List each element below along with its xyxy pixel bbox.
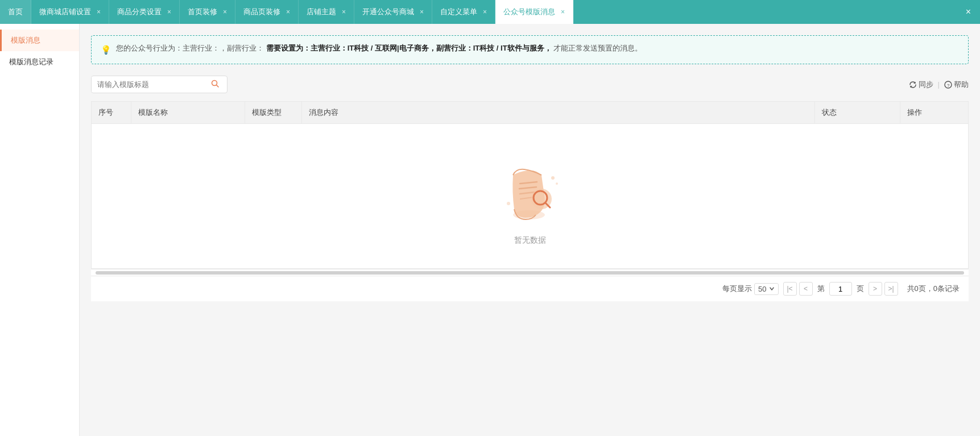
data-table: 序号 模版名称 模版类型 消息内容 状态 操作 <box>91 101 969 269</box>
empty-state-row: 暂无数据 <box>92 124 969 269</box>
nav-tab-category-settings-label: 商品分类设置 <box>117 7 162 17</box>
table-header-row: 序号 模版名称 模版类型 消息内容 状态 操作 <box>92 102 969 124</box>
svg-point-13 <box>556 182 558 185</box>
per-page-label: 每页显示 <box>722 284 752 294</box>
nav-tab-open-mall-label: 开通公众号商城 <box>362 7 414 17</box>
toolbar-right: 同步 | ? 帮助 <box>909 80 969 90</box>
sync-icon <box>909 81 917 89</box>
nav-tab-store-theme-close[interactable]: × <box>342 8 346 16</box>
notice-icon: 💡 <box>101 43 111 57</box>
help-icon: ? <box>944 81 952 89</box>
nav-tab-custom-menu-label: 自定义菜单 <box>440 7 477 17</box>
nav-tab-open-mall-close[interactable]: × <box>420 8 424 16</box>
sync-label: 同步 <box>919 80 933 90</box>
next-page-button[interactable]: > <box>869 282 882 296</box>
scroll-bar-area[interactable] <box>91 269 969 276</box>
nav-tab-custom-menu[interactable]: 自定义菜单 × <box>432 0 495 24</box>
nav-tab-product-decor[interactable]: 商品页装修 × <box>235 0 299 24</box>
col-header-seq: 序号 <box>92 102 131 124</box>
sidebar-item-template-msg[interactable]: 模版消息 <box>0 30 79 51</box>
sidebar-item-template-msg-label: 模版消息 <box>11 36 40 44</box>
top-nav: 首页 微商城店铺设置 × 商品分类设置 × 首页装修 × 商品页装修 × 店铺主… <box>0 0 980 24</box>
nav-tab-home-decor[interactable]: 首页装修 × <box>180 0 235 24</box>
sidebar: 模版消息 模版消息记录 <box>0 24 80 436</box>
nav-tab-home-decor-close[interactable]: × <box>223 8 227 16</box>
first-page-button[interactable]: |< <box>783 282 797 296</box>
search-bar: 同步 | ? 帮助 <box>91 76 969 93</box>
nav-tab-home-decor-label: 首页装修 <box>188 7 217 17</box>
nav-tab-shop-settings-label: 微商城店铺设置 <box>39 7 91 17</box>
search-input[interactable] <box>92 77 205 92</box>
nav-tab-home[interactable]: 首页 <box>0 0 31 24</box>
empty-state-svg <box>496 158 564 226</box>
notice-highlight: 需要设置为：主营行业：IT科技 / 互联网|电子商务，副营行业：IT科技 / I… <box>266 44 552 52</box>
empty-state: 暂无数据 <box>92 124 968 268</box>
col-header-status: 状态 <box>815 102 900 124</box>
total-records-label: 共0页，0条记录 <box>907 284 960 294</box>
help-label: 帮助 <box>954 80 969 90</box>
prev-page-button[interactable]: < <box>799 282 813 296</box>
last-page-button[interactable]: >| <box>884 282 898 296</box>
svg-line-1 <box>217 85 219 88</box>
notice-banner: 💡 您的公众号行业为：主营行业：，副营行业： 需要设置为：主营行业：IT科技 /… <box>91 35 969 64</box>
empty-text: 暂无数据 <box>514 235 546 246</box>
nav-tab-category-settings-close[interactable]: × <box>167 8 171 16</box>
sidebar-item-template-msg-records[interactable]: 模版消息记录 <box>0 51 79 73</box>
sync-button[interactable]: 同步 <box>909 80 933 90</box>
pagination-nav: |< < 第 页 > >| 共0页，0条记录 <box>783 282 960 296</box>
scroll-track[interactable] <box>96 271 964 275</box>
notice-text: 您的公众号行业为：主营行业：，副营行业： 需要设置为：主营行业：IT科技 / 互… <box>116 43 642 55</box>
nav-tab-shop-settings[interactable]: 微商城店铺设置 × <box>31 0 109 24</box>
svg-point-14 <box>507 202 510 205</box>
svg-text:?: ? <box>947 82 950 88</box>
search-input-wrap <box>91 76 228 93</box>
nav-tab-template-msg[interactable]: 公众号模版消息 × <box>495 0 573 24</box>
sidebar-item-template-msg-records-label: 模版消息记录 <box>9 57 53 66</box>
page-size-dropdown[interactable]: 50 <box>754 283 778 295</box>
nav-tab-home-label: 首页 <box>8 7 23 17</box>
nav-close-all-button[interactable]: × <box>957 7 980 17</box>
nav-tab-category-settings[interactable]: 商品分类设置 × <box>109 0 180 24</box>
current-page-input[interactable] <box>829 282 852 296</box>
content-area: 💡 您的公众号行业为：主营行业：，副营行业： 需要设置为：主营行业：IT科技 /… <box>80 24 980 436</box>
col-header-action: 操作 <box>900 102 969 124</box>
col-header-type: 模版类型 <box>245 102 302 124</box>
nav-tab-product-decor-close[interactable]: × <box>286 8 290 16</box>
nav-tab-template-msg-label: 公众号模版消息 <box>503 7 555 17</box>
nav-tab-shop-settings-close[interactable]: × <box>97 8 101 16</box>
svg-point-12 <box>551 176 555 180</box>
help-button[interactable]: ? 帮助 <box>944 80 969 90</box>
search-icon <box>211 80 219 88</box>
notice-prefix: 您的公众号行业为：主营行业：，副营行业： <box>116 44 264 52</box>
chevron-down-icon <box>769 286 775 292</box>
toolbar-divider: | <box>938 80 940 89</box>
main-layout: 模版消息 模版消息记录 💡 您的公众号行业为：主营行业：，副营行业： 需要设置为… <box>0 24 980 436</box>
nav-tab-template-msg-close[interactable]: × <box>561 8 565 16</box>
nav-tab-store-theme[interactable]: 店铺主题 × <box>299 0 354 24</box>
search-button[interactable] <box>205 76 225 93</box>
nav-tab-store-theme-label: 店铺主题 <box>307 7 336 17</box>
nav-tab-open-mall[interactable]: 开通公众号商城 × <box>354 0 432 24</box>
notice-suffix: 才能正常发送预置的消息。 <box>553 44 642 52</box>
page-size-select: 每页显示 50 <box>722 283 778 295</box>
empty-illustration <box>496 158 564 226</box>
page-prefix-label: 第 <box>817 284 825 294</box>
col-header-content: 消息内容 <box>302 102 815 124</box>
col-header-name: 模版名称 <box>131 102 245 124</box>
page-size-value: 50 <box>758 285 766 293</box>
page-suffix-label: 页 <box>857 284 864 294</box>
nav-tab-custom-menu-close[interactable]: × <box>483 8 487 16</box>
pagination-bar: 每页显示 50 |< < 第 页 > >| 共0页，0条记录 <box>91 276 969 301</box>
nav-tab-product-decor-label: 商品页装修 <box>243 7 280 17</box>
